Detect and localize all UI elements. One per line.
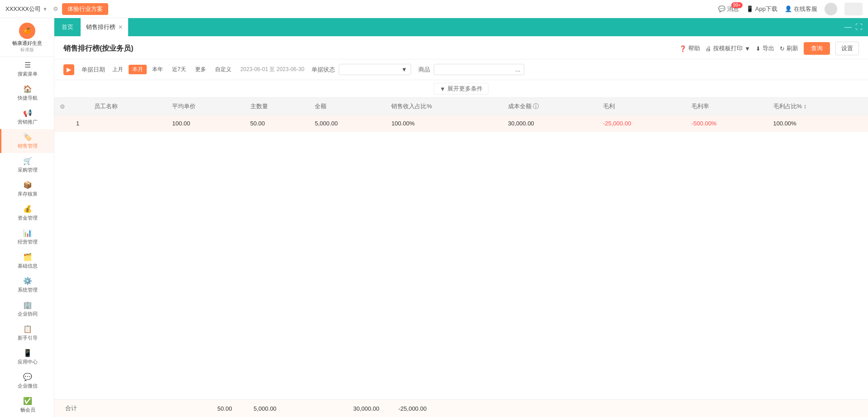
status-filter-group: 单据状态 ▼: [312, 64, 411, 75]
refresh-icon: ↻: [780, 45, 785, 52]
tab-close-icon[interactable]: ✕: [118, 24, 123, 30]
sidebar-item-label: 基础信息: [18, 263, 38, 269]
sidebar-item-search[interactable]: ☰ 搜索菜单: [0, 57, 54, 81]
date-range-display: 2023-06-01 至 2023-06-30: [240, 66, 304, 73]
top-bar: XXXXXX公司 ▼ ⚙ 体验行业方案 💬 消息 99+ 📱 App下载 👤 在…: [0, 0, 868, 18]
sidebar-item-quick-nav[interactable]: 🏠 快捷导航: [0, 81, 54, 105]
marketing-icon: 📢: [23, 109, 32, 117]
expand-label: 展开更多条件: [447, 85, 483, 93]
main-layout: 🍊 畅康通好生意 标准版 ☰ 搜索菜单 🏠 快捷导航 📢 营销推广 🏷️ 销售管…: [0, 18, 868, 417]
cell-cost: 30,000.00: [503, 115, 598, 132]
user-name[interactable]: [844, 3, 863, 15]
logo-icon: 🍊: [19, 23, 35, 39]
print-button[interactable]: 🖨 按模板打印 ▼: [705, 44, 750, 53]
online-service-button[interactable]: 👤 在线客服: [785, 5, 817, 13]
app-icon: 📱: [746, 5, 753, 12]
date-tab-7days[interactable]: 近7天: [168, 65, 190, 74]
sidebar-item-guide[interactable]: 📋 新手引导: [0, 321, 54, 345]
expand-conditions-button[interactable]: ▼ 展开更多条件: [434, 83, 489, 95]
goods-input-dots: ...: [515, 66, 520, 73]
cell-amount: 5,000.00: [309, 115, 386, 132]
status-select-arrow: ▼: [401, 66, 407, 73]
date-tab-custom[interactable]: 自定义: [211, 65, 235, 74]
sidebar-logo: 🍊 畅康通好生意 标准版: [0, 18, 54, 57]
cell-gross-rate: -500.00%: [686, 115, 768, 132]
goods-input[interactable]: ...: [434, 64, 524, 75]
cell-avg-price: 100.00: [167, 115, 245, 132]
tab-bar-right: — ⛶: [844, 23, 868, 31]
trial-button[interactable]: 体验行业方案: [62, 3, 108, 15]
sidebar-item-finance[interactable]: 💰 资金管理: [0, 201, 54, 225]
help-button[interactable]: ❓ 帮助: [679, 44, 700, 53]
query-button[interactable]: 查询: [804, 42, 830, 55]
sidebar-item-wechat[interactable]: 💬 企业微信: [0, 369, 54, 393]
member-icon: ✅: [23, 397, 32, 405]
export-button[interactable]: ⬇ 导出: [756, 44, 774, 53]
tab-sales-ranking[interactable]: 销售排行榜 ✕: [81, 18, 128, 36]
goods-filter-group: 商品 ...: [418, 64, 524, 75]
sidebar-item-enterprise[interactable]: 🏢 企业协同: [0, 297, 54, 321]
sidebar-item-label: 新手引导: [18, 335, 38, 341]
sidebar-item-inventory[interactable]: 📦 库存核算: [0, 177, 54, 201]
filter-collapse-btn[interactable]: ▶: [63, 64, 74, 75]
operations-icon: 📊: [23, 229, 32, 237]
sidebar-item-label: 营销推广: [18, 119, 38, 125]
print-label: 按模板打印: [713, 44, 743, 53]
column-gross-rate: 毛利率: [686, 98, 768, 115]
cell-main-qty: 50.00: [245, 115, 310, 132]
cell-gross: -25,000.00: [598, 115, 686, 132]
sidebar-item-basic-info[interactable]: 🗂️ 基础信息: [0, 249, 54, 273]
export-icon: ⬇: [756, 45, 761, 52]
column-amount: 全额: [309, 98, 386, 115]
app-label: App下载: [755, 5, 777, 13]
company-settings-icon[interactable]: ⚙: [53, 5, 58, 12]
service-label: 在线客服: [794, 5, 817, 13]
column-cost: 成本全额 ⓘ: [503, 98, 598, 115]
date-tab-cur-year[interactable]: 本年: [149, 65, 167, 74]
footer-cost: 30,000.00: [348, 405, 393, 412]
column-settings[interactable]: ⚙: [54, 98, 71, 115]
user-avatar[interactable]: [825, 3, 837, 15]
data-table: ⚙ 员工名称 平均单价 主数量 全额 销售收入占比% 成本全额 ⓘ 毛利 毛利率…: [54, 98, 868, 132]
refresh-button[interactable]: ↻ 刷新: [780, 44, 798, 53]
sidebar-item-system[interactable]: ⚙️ 系统管理: [0, 273, 54, 297]
company-selector[interactable]: XXXXXX公司 ▼: [5, 5, 48, 13]
sidebar: 🍊 畅康通好生意 标准版 ☰ 搜索菜单 🏠 快捷导航 📢 营销推广 🏷️ 销售管…: [0, 18, 54, 417]
sidebar-item-label: 资金管理: [18, 215, 38, 221]
guide-icon: 📋: [23, 325, 32, 333]
sidebar-item-label: 销售管理: [18, 143, 38, 149]
home-icon: 🏠: [23, 85, 32, 93]
date-tab-cur-month[interactable]: 本月: [129, 65, 147, 74]
sidebar-item-label: 畅会员: [20, 407, 35, 413]
column-gross-pct: 毛利占比% ↕: [768, 98, 868, 115]
system-icon: ⚙️: [23, 277, 32, 285]
print-icon: 🖨: [705, 45, 711, 52]
cell-gross-pct: 100.00%: [768, 115, 868, 132]
table-body: 1 100.00 50.00 5,000.00 100.00% 30,000.0…: [54, 115, 868, 132]
sidebar-item-member[interactable]: ✅ 畅会员: [0, 393, 54, 417]
sidebar-item-app-center[interactable]: 📱 应用中心: [0, 345, 54, 369]
date-filter-group: 单据日期 上月 本月 本年 近7天 更多 自定义 2023-06-01 至 20…: [82, 65, 304, 74]
tab-fullscreen-icon[interactable]: ⛶: [855, 23, 863, 31]
status-select[interactable]: ▼: [339, 64, 411, 75]
sidebar-item-sales[interactable]: 🏷️ 销售管理: [0, 129, 54, 153]
sidebar-item-operations[interactable]: 📊 经营管理: [0, 225, 54, 249]
date-tab-prev-month[interactable]: 上月: [109, 65, 127, 74]
settings-button[interactable]: 设置: [835, 42, 859, 55]
footer-main-qty: 50.00: [212, 405, 248, 412]
tab-minimize-icon[interactable]: —: [844, 23, 852, 31]
message-button[interactable]: 💬 消息 99+: [718, 5, 739, 13]
column-rank: [71, 98, 89, 115]
app-download-button[interactable]: 📱 App下载: [746, 5, 777, 13]
export-label: 导出: [762, 44, 774, 53]
column-gross: 毛利: [598, 98, 686, 115]
tab-bar: 首页 销售排行榜 ✕ — ⛶: [54, 18, 868, 36]
help-icon: ❓: [679, 45, 686, 52]
sidebar-item-marketing[interactable]: 📢 营销推广: [0, 105, 54, 129]
date-tab-more[interactable]: 更多: [192, 65, 210, 74]
search-menu-icon: ☰: [24, 61, 31, 69]
company-name: XXXXXX公司: [5, 5, 41, 13]
column-main-qty: 主数量: [245, 98, 310, 115]
sidebar-item-purchase[interactable]: 🛒 采购管理: [0, 153, 54, 177]
tab-home[interactable]: 首页: [54, 18, 81, 36]
